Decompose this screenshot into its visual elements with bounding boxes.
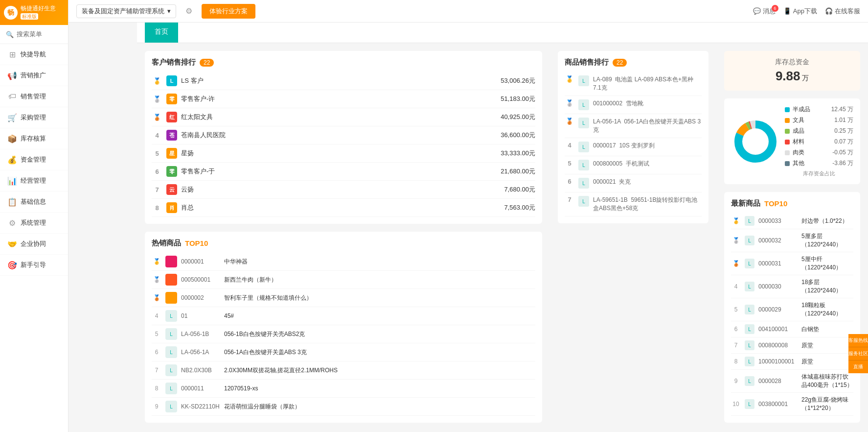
product-code: LA-089 电池盖 LA-089 ABS本色+黑种 7.1克 [593,75,702,92]
product-name: 056-1B白色按键开关壳ABS2克 [224,330,535,338]
trial-button[interactable]: 体验行业方案 [202,4,255,19]
left-panel: 客户销售排行 22 🥇 L LS 客户 53,006.26元 🥈 零 零售客户-… [137,43,550,432]
float-service-button[interactable]: 客服热线 [848,334,868,347]
notification-btn[interactable]: 💬 消息 6 [753,7,776,16]
newest-product-item: 🥈 L 0000032 5厘多层（1220*2440） [731,229,853,252]
product-rank-item: 🥇 L LA-089 电池盖 LA-089 ABS本色+黑种 7.1克 [565,72,702,96]
new-product-code: 0000033 [758,217,798,224]
legend-category-value: -0.05 万 [832,148,853,157]
new-rank-number: 9 [731,378,741,384]
new-rank-number: 10 [731,401,741,408]
new-product-name: 5厘中纤（1220*2440） [801,255,853,272]
legend-item: 文具 1.01 万 [785,116,853,124]
sidebar-item-basic-info[interactable]: 📋 基础信息 [0,192,68,213]
product-code: 000500001 [181,276,220,283]
settings-button[interactable]: ⚙ [182,4,196,18]
product-rank-item: 5 L 000800005 手机测试 [565,156,702,174]
new-product-code: 10000100001 [758,358,798,365]
sidebar-item-label: 资金管理 [21,155,46,164]
sidebar-item-guide[interactable]: 🎯 新手引导 [0,255,68,276]
customer-amount: 21,680.00元 [501,167,535,176]
hot-product-item: 5 L LA-056-1B 056-1B白色按键开关壳ABS2克 [152,325,535,343]
sidebar-item-marketing[interactable]: 📢 营销推广 [0,65,68,86]
product-ranking-badge: 22 [613,59,627,67]
sidebar-item-label: 库存核算 [21,134,46,143]
inventory-total-value: 9.88 [776,69,800,83]
product-rank-number: 7 [565,196,574,203]
float-service-button[interactable]: 服务社区 [848,347,868,360]
finance-icon: 💰 [8,155,17,164]
sidebar-item-sales[interactable]: 🏷 销售管理 [0,86,68,107]
customer-avatar: 红 [166,112,177,122]
product-image-placeholder: L [165,383,177,394]
app-logo: 畅 [4,6,18,20]
customer-ranking-card: 客户销售排行 22 🥇 L LS 客户 53,006.26元 🥈 零 零售客户-… [145,51,542,224]
new-rank-number: 🥈 [731,237,741,244]
legend-category-value: 0.07 万 [834,138,853,146]
legend-category-name: 文具 [793,116,804,124]
new-rank-number: 5 [731,306,741,313]
guide-icon: 🎯 [8,261,17,269]
sidebar-item-label: 销售管理 [21,92,46,101]
sidebar-item-finance[interactable]: 💰 资金管理 [0,149,68,170]
new-rank-number: 6 [731,326,741,333]
product-code: 0000011 [181,385,220,392]
sidebar-item-business[interactable]: 📊 经营管理 [0,170,68,192]
product-code: KK-SD22110H [181,403,220,410]
newest-products-title-row: 最新商品 TOP10 [731,199,853,208]
sidebar-item-cooperation[interactable]: 🤝 企业协同 [0,234,68,255]
sidebar-item-label: 经营管理 [21,176,46,185]
hot-product-item: 9 L KK-SD22110H 花语萌恒温分腿睡袋（厚款） [152,398,535,416]
product-image-placeholder: L [165,310,177,322]
product-ranking-list: 🥇 L LA-089 电池盖 LA-089 ABS本色+黑种 7.1克 🥈 L … [565,72,702,216]
inventory-total-label: 库存总资金 [731,58,853,67]
search-menu[interactable]: 🔍 搜索菜单 [0,25,68,44]
hot-product-item: 8 L 0000011 12070519-xs [152,380,535,398]
legend-color-dot [785,118,790,123]
product-code: 001000002 雪地靴 [593,99,702,108]
new-product-code: 004100001 [758,326,798,333]
product-code: 0000002 [181,294,220,301]
product-name: 12070519-xs [224,385,535,392]
tab-home[interactable]: 首页 [145,23,178,43]
inventory-total-card: 库存总资金 9.88 万 [724,51,860,91]
legend-item: 成品 0.25 万 [785,127,853,135]
legend-item: 其他 -3.86 万 [785,159,853,168]
product-image-placeholder: L [165,328,177,340]
sidebar-item-quick-nav[interactable]: ⊞ 快捷导航 [0,44,68,65]
customer-rank-item: 🥉 红 红太阳文具 40,925.00元 [152,108,535,126]
new-product-name: 原堂 [801,341,853,350]
notification-badge: 6 [772,5,778,12]
app-download-btn[interactable]: 📱 App下载 [783,7,817,16]
customer-name: 零售客户-于 [181,167,497,176]
legend-color-dot [785,161,790,166]
rank-number: 🥈 [152,96,162,103]
sales-icon: 🏷 [8,92,17,101]
sidebar-item-inventory[interactable]: 📦 库存核算 [0,128,68,149]
sidebar-header: 畅 畅捷通好生意 标准版 [0,0,68,25]
new-product-code: 0000029 [758,306,798,313]
product-img-placeholder: L [578,142,589,152]
sidebar-item-purchase[interactable]: 🛒 采购管理 [0,107,68,128]
customer-amount: 40,925.00元 [501,113,535,121]
product-name: 45# [224,312,535,319]
float-service-button[interactable]: 直播 [848,360,868,373]
system-selector[interactable]: 装备及固定资产辅助管理系统 ▾ [76,4,176,18]
product-info: LA-056-1A 056-1A白色按键开关盖ABS 3克 [593,118,702,134]
customer-avatar: 肖 [166,202,177,213]
quick-nav-icon: ⊞ [8,50,17,59]
hot-products-title-row: 热销商品 TOP10 [152,239,535,248]
online-service-btn[interactable]: 🎧 在线客服 [825,7,860,16]
customer-name: LS 客户 [181,76,497,85]
product-image [165,256,177,267]
sidebar-item-label: 快捷导航 [21,50,46,59]
product-code: 0000001 [181,258,220,265]
legend-color-dot [785,107,790,112]
customer-rank-item: 🥇 L LS 客户 53,006.26元 [152,72,535,90]
hot-product-item: 🥈 000500001 新西兰牛肉（新牛） [152,271,535,289]
page-tabs: 首页 [137,23,868,43]
sidebar-item-system[interactable]: ⚙ 系统管理 [0,213,68,234]
new-product-image: L [745,282,754,291]
product-img-placeholder: L [578,99,589,110]
marketing-icon: 📢 [8,71,17,80]
